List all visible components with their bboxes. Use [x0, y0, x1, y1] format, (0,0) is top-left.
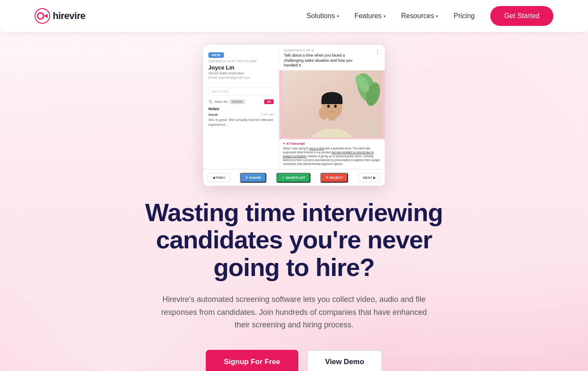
video-header: QUESTION 2 OF 3 Talk about a time when y… — [279, 45, 385, 70]
nav-item-features[interactable]: Features ▾ — [355, 12, 386, 20]
ok-button-small[interactable]: OK — [264, 99, 274, 104]
menu-dots-icon[interactable]: ⋮ — [374, 48, 380, 54]
next-button[interactable]: NEXT ▶ — [358, 173, 380, 182]
share-button[interactable]: ⇧ SHARE — [240, 173, 266, 183]
logo[interactable]: hirevire — [35, 8, 86, 24]
signup-button[interactable]: Signup For Free — [206, 350, 298, 371]
nav-item-resources[interactable]: Resources ▾ — [401, 12, 438, 20]
nav-item-solutions[interactable]: Solutions ▾ — [307, 12, 339, 20]
hero-heading: Wasting time interviewing candidates you… — [138, 199, 450, 281]
ai-label: ✦ Ai Transcript — [283, 142, 381, 146]
attach-row: 📎 Attach file SHARE OK — [208, 99, 274, 104]
chevron-down-icon: ▾ — [436, 14, 438, 19]
new-badge: NEW — [208, 52, 224, 58]
mockup-action-bar: ◀ PREV ⇧ SHARE ✓ SHORTLIST ✕ REJECT NEXT… — [203, 169, 385, 186]
chevron-down-icon: ▾ — [383, 14, 386, 19]
nav-item-pricing[interactable]: Pricing — [454, 12, 475, 20]
get-started-button[interactable]: Get Started — [490, 6, 553, 26]
mockup-top: NEW Submitted on Jul 07, 2023 10:10AM Jo… — [203, 45, 385, 169]
paperclip-icon: 📎 — [208, 100, 213, 104]
reject-button[interactable]: ✕ REJECT — [320, 173, 348, 183]
candidate-video-thumb — [279, 70, 385, 137]
hero-buttons: Signup For Free View Demo — [138, 350, 450, 371]
logo-text: hirevire — [53, 10, 86, 22]
nav-item-cta[interactable]: Get Started — [490, 6, 553, 26]
ai-transcript-bar: ✦ Ai Transcript When I was trying to clo… — [279, 139, 385, 168]
chevron-down-icon: ▾ — [337, 14, 339, 19]
notes-title: Notes — [208, 107, 274, 111]
logo-icon — [35, 8, 50, 24]
mockup-right-panel: QUESTION 2 OF 3 Talk about a time when y… — [279, 45, 385, 169]
ai-transcript-text: When I was trying to close a deal with a… — [283, 146, 381, 166]
share-button-small[interactable]: SHARE — [230, 99, 245, 104]
mockup-card: NEW Submitted on Jul 07, 2023 10:10AM Jo… — [203, 45, 385, 186]
video-area — [279, 70, 385, 139]
navbar: hirevire Solutions ▾ Features ▾ Resource… — [0, 0, 588, 32]
hero-section: NEW Submitted on Jul 07, 2023 10:10AM Jo… — [0, 32, 588, 371]
nav-links: Solutions ▾ Features ▾ Resources ▾ Prici… — [307, 6, 553, 26]
note-time: 3 min ago — [261, 113, 274, 117]
note-author-row: Sanat 3 min ago — [208, 113, 274, 117]
candidate-name: Joyce Lin — [208, 64, 274, 71]
candidate-email: Email joycelin@gmail.com — [208, 76, 274, 79]
demo-button[interactable]: View Demo — [307, 350, 382, 371]
note-text: She is good. She actually has the releva… — [208, 117, 274, 127]
hero-subtext: Hirevire's automated screening software … — [160, 293, 428, 332]
question-number: QUESTION 2 OF 3 — [284, 48, 353, 52]
svg-point-13 — [327, 105, 330, 108]
question-text: Talk about a time when you faced a chall… — [284, 53, 353, 68]
mockup-left-panel: NEW Submitted on Jul 07, 2023 10:10AM Jo… — [203, 45, 279, 169]
shortlist-button[interactable]: ✓ SHORTLIST — [276, 173, 310, 183]
attach-label: Attach file — [214, 100, 228, 103]
candidate-role: Senior Sales Executive — [208, 71, 274, 75]
prev-button[interactable]: ◀ PREV — [208, 173, 230, 182]
add-note-field[interactable]: Add a note — [208, 87, 274, 96]
svg-point-14 — [334, 105, 337, 108]
hero-text: Wasting time interviewing candidates you… — [138, 199, 450, 371]
mockup-card-container: NEW Submitted on Jul 07, 2023 10:10AM Jo… — [203, 45, 385, 186]
submitted-date: Submitted on Jul 07, 2023 10:10AM — [208, 60, 274, 63]
